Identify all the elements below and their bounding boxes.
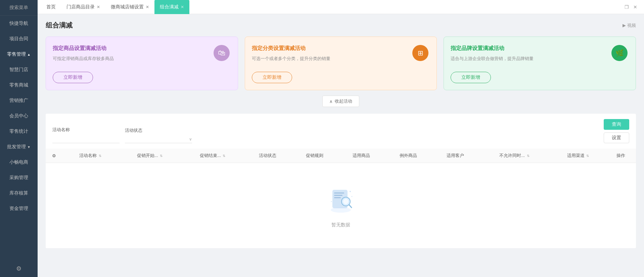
sort-icon-concurrent: ⇅ [527, 154, 530, 158]
svg-point-8 [350, 191, 351, 192]
sidebar: 搜索菜单 快捷导航 项目合同 零售管理 ▲ 智慧门店 零售商城 营销推广 会员中… [0, 0, 38, 277]
sidebar-item-purchase-mgmt[interactable]: 采购管理 [0, 170, 38, 185]
activity-status-field: 活动状态 ∨ [125, 127, 192, 143]
col-customers: 适用客户 [432, 149, 479, 163]
collapse-icon: ∧ [329, 99, 333, 104]
close-tab-store-catalog[interactable]: ✕ [97, 5, 100, 9]
data-table: ⚙ 活动名称 ⇅ 促销开始... ⇅ 促销结束... ⇅ [46, 149, 636, 248]
sidebar-search[interactable]: 搜索菜单 [0, 0, 38, 16]
card-icon-product: 🛍 [214, 45, 230, 61]
card-category-discount: ⊞ 指定分类设置满减活动 可选一个或者多个分类，提升分类的销量 立即新增 [245, 37, 437, 90]
sidebar-item-smart-store[interactable]: 智慧门店 [0, 62, 38, 77]
empty-state: 暂无数据 [46, 163, 636, 248]
svg-rect-2 [334, 192, 344, 193]
sidebar-item-retail-mall[interactable]: 零售商城 [0, 77, 38, 93]
svg-line-7 [349, 205, 352, 208]
add-brand-discount-button[interactable]: 立即新增 [451, 72, 491, 83]
svg-point-6 [343, 199, 349, 204]
sidebar-item-quick-nav[interactable]: 快捷导航 [0, 16, 38, 31]
tabbar: 首页 门店商品目录 ✕ 微商城店铺设置 ✕ 组合满减 ✕ ❐ ✕ [38, 0, 644, 14]
collapse-button[interactable]: ∧ 收起活动 [322, 96, 359, 107]
sidebar-item-project-contract[interactable]: 项目合同 [0, 31, 38, 47]
card-title-brand: 指定品牌设置满减活动 [451, 45, 629, 52]
sidebar-item-marketing[interactable]: 营销推广 [0, 93, 38, 108]
card-icon-category: ⊞ [412, 45, 428, 61]
tab-store-catalog[interactable]: 门店商品目录 ✕ [61, 0, 105, 14]
search-bar: 活动名称 活动状态 ∨ 查询 设置 [46, 114, 636, 149]
close-tab-wechat-store[interactable]: ✕ [146, 5, 149, 9]
empty-text: 暂无数据 [331, 222, 350, 228]
page-content: 组合满减 ▶ 视频 🛍 指定商品设置满减活动 可指定滞销商品或库存较多商品 立即… [38, 14, 644, 277]
col-name[interactable]: 活动名称 ⇅ [62, 149, 118, 163]
svg-rect-4 [334, 197, 341, 198]
gear-icon: ⚙ [16, 265, 21, 272]
restore-button[interactable]: ❐ [624, 4, 629, 10]
card-title-category: 指定分类设置满减活动 [252, 45, 430, 52]
activity-name-input[interactable] [52, 135, 120, 143]
col-products: 适用商品 [338, 149, 385, 163]
chevron-up-icon: ▲ [27, 53, 31, 56]
card-desc-product: 可指定滞销商品或库存较多商品 [53, 55, 231, 66]
col-settings[interactable]: ⚙ [46, 149, 62, 163]
activity-status-select[interactable]: ∨ [125, 135, 192, 143]
sort-icon-end: ⇅ [223, 154, 225, 158]
activity-name-label: 活动名称 [52, 127, 120, 133]
activity-name-field: 活动名称 [52, 127, 120, 143]
card-product-discount: 🛍 指定商品设置满减活动 可指定滞销商品或库存较多商品 立即新增 [46, 37, 238, 90]
add-category-discount-button[interactable]: 立即新增 [252, 72, 292, 83]
col-actions: 操作 [606, 149, 636, 163]
main-area: 首页 门店商品目录 ✕ 微商城店铺设置 ✕ 组合满减 ✕ ❐ ✕ 组合满减 ▶ … [38, 0, 644, 277]
play-icon: ▶ [623, 23, 626, 28]
sidebar-item-wholesale-mgmt[interactable]: 批发管理 ▼ [0, 139, 38, 155]
page-title: 组合满减 [46, 21, 73, 30]
close-button[interactable]: ✕ [633, 4, 638, 10]
collapse-label: 收起活动 [335, 98, 352, 104]
tab-wechat-store[interactable]: 微商城店铺设置 ✕ [105, 0, 154, 14]
sort-icon-channels: ⇅ [586, 154, 589, 158]
col-end-date[interactable]: 促销结束... ⇅ [181, 149, 244, 163]
sort-icon-name: ⇅ [99, 154, 101, 158]
col-channels[interactable]: 适用渠道 ⇅ [550, 149, 606, 163]
add-product-discount-button[interactable]: 立即新增 [53, 72, 93, 83]
card-brand-discount: 🌿 指定品牌设置满减活动 适合与上游企业联合做营销，提升品牌销量 立即新增 [444, 37, 636, 90]
page-header: 组合满减 ▶ 视频 [46, 21, 636, 30]
col-status: 活动状态 [244, 149, 291, 163]
sidebar-item-finance[interactable]: 资金管理 [0, 201, 38, 216]
close-tab-combo-discount[interactable]: ✕ [181, 5, 184, 9]
svg-point-10 [352, 196, 353, 197]
col-no-concurrent[interactable]: 不允许同时... ⇅ [479, 149, 550, 163]
window-controls: ❐ ✕ [624, 4, 641, 10]
settings-button[interactable]: ⚙ [0, 260, 38, 277]
tab-home[interactable]: 首页 [41, 0, 61, 14]
collapse-row: ∧ 收起活动 [46, 96, 636, 107]
chevron-down-icon: ▼ [27, 145, 31, 149]
card-icon-brand: 🌿 [611, 45, 628, 61]
sidebar-item-retail-mgmt[interactable]: 零售管理 ▲ [0, 47, 38, 62]
tab-combo-discount[interactable]: 组合满减 ✕ [154, 0, 189, 14]
query-button[interactable]: 查询 [604, 119, 629, 130]
card-title-product: 指定商品设置满减活动 [53, 45, 231, 52]
sort-icon-start: ⇅ [160, 154, 163, 158]
sidebar-item-retail-stats[interactable]: 零售统计 [0, 124, 38, 139]
settings-col-icon: ⚙ [52, 153, 56, 158]
sidebar-item-inventory[interactable]: 库存核算 [0, 185, 38, 201]
card-desc-category: 可选一个或者多个分类，提升分类的销量 [252, 55, 430, 66]
cards-row: 🛍 指定商品设置满减活动 可指定滞销商品或库存较多商品 立即新增 ⊞ 指定分类设… [46, 37, 636, 90]
svg-rect-3 [334, 195, 342, 196]
empty-illustration [324, 183, 358, 217]
col-exceptions: 例外商品 [385, 149, 432, 163]
table-section: 活动名称 活动状态 ∨ 查询 设置 [46, 114, 636, 248]
card-desc-brand: 适合与上游企业联合做营销，提升品牌销量 [451, 55, 629, 66]
chevron-down-icon: ∨ [189, 137, 192, 142]
search-actions: 查询 设置 [604, 119, 629, 143]
svg-point-9 [331, 201, 332, 202]
col-rule: 促销规则 [291, 149, 338, 163]
activity-status-label: 活动状态 [125, 127, 192, 133]
sidebar-item-small-ecom[interactable]: 小畅电商 [0, 155, 38, 170]
sidebar-item-member-center[interactable]: 会员中心 [0, 108, 38, 124]
setting-button[interactable]: 设置 [604, 132, 629, 143]
col-start-date[interactable]: 促销开始... ⇅ [118, 149, 181, 163]
video-link[interactable]: ▶ 视频 [623, 22, 636, 29]
